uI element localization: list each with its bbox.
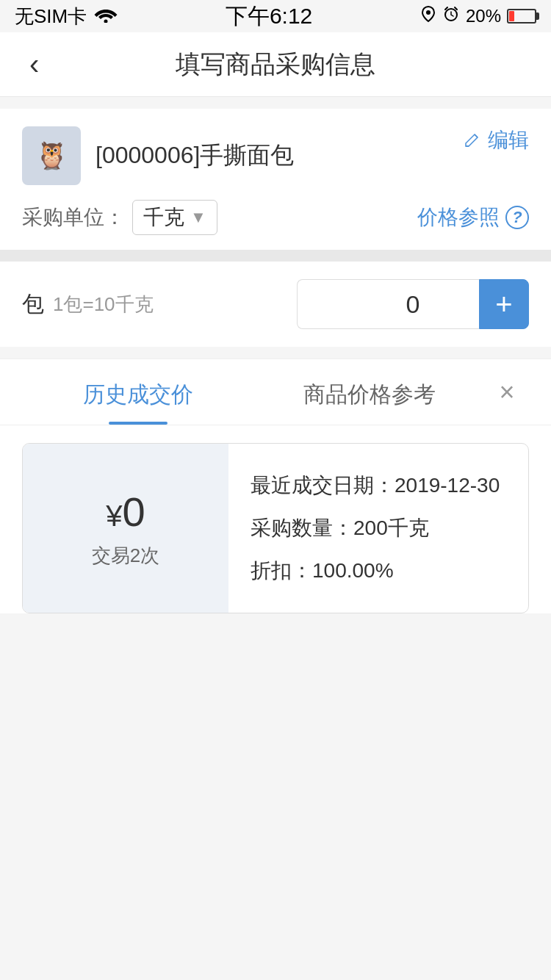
battery-percent: 20% bbox=[466, 6, 501, 26]
edit-label: 编辑 bbox=[488, 126, 529, 154]
price-ref-label: 价格参照 bbox=[417, 203, 500, 231]
edit-icon bbox=[463, 130, 483, 151]
quantity-row: 包 1包=10千克 + bbox=[0, 262, 551, 347]
product-id: [0000006] bbox=[96, 142, 200, 168]
qty-plus-button[interactable]: + bbox=[479, 279, 529, 329]
qty-conversion-label: 1包=10千克 bbox=[53, 292, 154, 317]
history-price-value: ¥0 bbox=[106, 488, 145, 536]
tab-reference-label: 商品价格参考 bbox=[303, 382, 436, 406]
history-price-section: ¥0 交易2次 bbox=[23, 444, 228, 613]
section-divider bbox=[0, 250, 551, 262]
carrier-text: 无SIM卡 bbox=[15, 4, 87, 29]
history-card: ¥0 交易2次 最近成交日期：2019-12-30 采购数量：200千克 折扣：… bbox=[22, 443, 529, 613]
unit-label: 采购单位： bbox=[22, 203, 125, 231]
location-icon bbox=[420, 5, 436, 27]
purchase-qty-value: 200千克 bbox=[353, 516, 429, 539]
tab-history-label: 历史成交价 bbox=[83, 382, 193, 406]
recent-date-label: 最近成交日期： bbox=[251, 474, 395, 497]
unit-value: 千克 bbox=[143, 203, 184, 231]
price-ref-button[interactable]: 价格参照 ? bbox=[417, 203, 529, 231]
status-time: 下午6:12 bbox=[226, 1, 312, 32]
discount-label: 折扣： bbox=[251, 559, 312, 582]
purchase-qty-row: 采购数量：200千克 bbox=[251, 513, 506, 544]
status-left: 无SIM卡 bbox=[15, 4, 118, 29]
recent-date-value: 2019-12-30 bbox=[395, 474, 500, 497]
tab-history-price[interactable]: 历史成交价 bbox=[22, 359, 253, 425]
bottom-panel: 历史成交价 商品价格参考 × ¥0 交易2次 最近成交日期：2019-12-30… bbox=[0, 359, 551, 613]
unit-select[interactable]: 千克 ▼ bbox=[132, 200, 217, 235]
product-header: 🦉 [0000006]手撕面包 编辑 bbox=[22, 126, 529, 185]
qty-input-group: + bbox=[297, 279, 529, 329]
status-bar: 无SIM卡 下午6:12 20% bbox=[0, 0, 551, 32]
product-unit-row: 采购单位： 千克 ▼ 价格参照 ? bbox=[22, 200, 529, 235]
unit-dropdown-arrow-icon: ▼ bbox=[190, 208, 206, 227]
qty-unit-label: 包 bbox=[22, 289, 44, 320]
discount-value: 100.00% bbox=[312, 559, 394, 582]
qty-minus-placeholder bbox=[297, 279, 347, 329]
product-card: 🦉 [0000006]手撕面包 编辑 采购单位： 千克 ▼ bbox=[0, 109, 551, 250]
tab-close-button[interactable]: × bbox=[485, 370, 529, 414]
recent-date-row: 最近成交日期：2019-12-30 bbox=[251, 470, 506, 501]
purchase-qty-label: 采购数量： bbox=[251, 516, 353, 539]
qty-input[interactable] bbox=[347, 279, 479, 329]
product-name: [0000006]手撕面包 bbox=[96, 140, 294, 172]
price-number: 0 bbox=[123, 489, 145, 535]
battery-icon bbox=[507, 9, 536, 24]
tab-price-reference[interactable]: 商品价格参考 bbox=[253, 359, 485, 425]
close-icon: × bbox=[499, 377, 514, 408]
page-background bbox=[0, 631, 551, 925]
plus-icon: + bbox=[495, 288, 512, 321]
qty-label-group: 包 1包=10千克 bbox=[22, 289, 154, 320]
back-button[interactable]: ‹ bbox=[22, 40, 46, 88]
history-trades-count: 交易2次 bbox=[92, 543, 159, 569]
edit-button[interactable]: 编辑 bbox=[463, 126, 529, 154]
svg-point-0 bbox=[104, 19, 108, 23]
product-title: 手撕面包 bbox=[200, 142, 294, 168]
svg-point-1 bbox=[426, 10, 431, 15]
product-left: 🦉 [0000006]手撕面包 bbox=[22, 126, 294, 185]
page-title: 填写商品采购信息 bbox=[176, 48, 375, 82]
product-thumbnail: 🦉 bbox=[22, 126, 81, 185]
alarm-icon bbox=[442, 5, 460, 27]
price-ref-info-icon: ? bbox=[505, 206, 529, 229]
tabs-row: 历史成交价 商品价格参考 × bbox=[0, 359, 551, 425]
product-owl-icon: 🦉 bbox=[35, 143, 68, 169]
nav-bar: ‹ 填写商品采购信息 bbox=[0, 32, 551, 97]
discount-row: 折扣：100.00% bbox=[251, 555, 506, 586]
wifi-icon bbox=[94, 5, 118, 28]
status-right: 20% bbox=[420, 5, 536, 27]
yen-symbol: ¥ bbox=[106, 500, 122, 532]
product-info: [0000006]手撕面包 bbox=[96, 140, 294, 172]
history-details-section: 最近成交日期：2019-12-30 采购数量：200千克 折扣：100.00% bbox=[228, 444, 528, 613]
